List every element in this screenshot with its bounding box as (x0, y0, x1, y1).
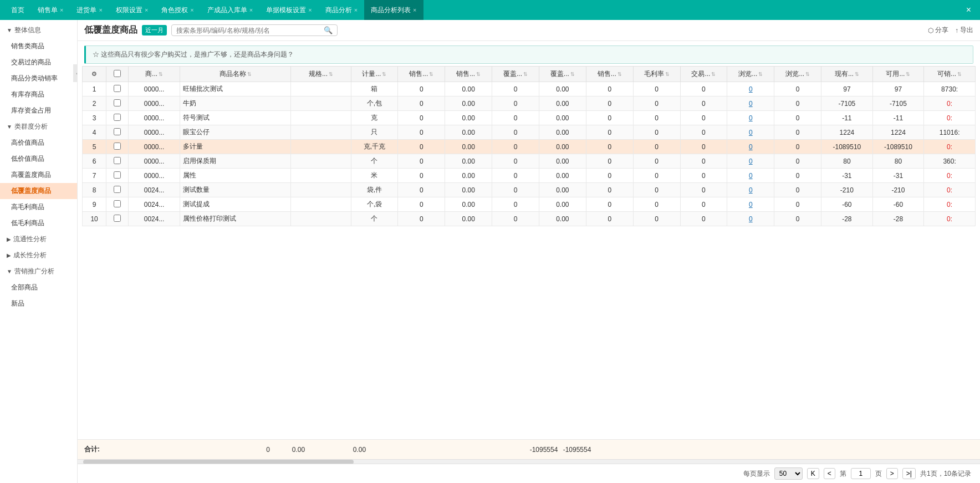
next-page-button[interactable]: > (886, 468, 898, 479)
row-spec (291, 154, 351, 169)
col-browse1-header[interactable]: 浏览...⇅ (727, 67, 774, 82)
col-spec-header[interactable]: 规格...⇅ (291, 67, 351, 82)
table-container[interactable]: ⚙ 商...⇅ 商品名称⇅ 规格...⇅ 计量...⇅ 销售...⇅ 销售...… (78, 66, 980, 439)
sidebar-section-marketing[interactable]: ▼ 营销推广分析 (0, 263, 77, 279)
row-checkbox[interactable] (114, 99, 121, 106)
col-trade-header[interactable]: 交易...⇅ (680, 67, 727, 82)
nav-roles[interactable]: 角色授权 × (155, 0, 200, 20)
last-page-button[interactable]: >| (902, 468, 916, 479)
search-input[interactable] (176, 27, 321, 34)
row-checkbox-cell[interactable] (106, 169, 129, 183)
per-page-select[interactable]: 50 20 100 (774, 467, 803, 480)
nav-analysis-close[interactable]: × (354, 7, 358, 13)
col-sales-x-header[interactable]: 销售...⇅ (586, 67, 633, 82)
nav-roles-close[interactable]: × (190, 7, 193, 13)
col-unit-header[interactable]: 计量...⇅ (351, 67, 398, 82)
sidebar-item-new-goods[interactable]: 新品 (0, 296, 77, 312)
row-checkbox-cell[interactable] (106, 82, 129, 96)
prev-page-button[interactable]: < (824, 468, 835, 479)
sidebar-section-overall[interactable]: ▼ 整体信息 (0, 22, 77, 38)
sidebar-item-low-margin[interactable]: 低毛利商品 (0, 215, 77, 231)
col-gross-header[interactable]: 毛利率⇅ (633, 67, 680, 82)
nav-products-in-close[interactable]: × (249, 7, 253, 13)
col-current-header[interactable]: 现有...⇅ (821, 67, 873, 82)
col-browse2-header[interactable]: 浏览...⇅ (774, 67, 821, 82)
sidebar-item-low-value[interactable]: 低价值商品 (0, 151, 77, 167)
sidebar-item-stocked-goods[interactable]: 有库存商品 (0, 87, 77, 103)
row-checkbox[interactable] (114, 157, 121, 164)
row-browse2: 0 (774, 140, 821, 154)
nav-analysis-list[interactable]: 商品分析列表 × (364, 0, 423, 20)
sidebar-item-category-rate[interactable]: 商品分类动销率 (0, 70, 77, 87)
row-checkbox-cell[interactable] (106, 111, 129, 125)
row-checkbox-cell[interactable] (106, 183, 129, 197)
row-checkbox-cell[interactable] (106, 125, 129, 140)
select-all-checkbox[interactable] (114, 70, 121, 77)
row-browse1[interactable]: 0 (727, 169, 774, 183)
export-button[interactable]: ↑ 导出 (955, 26, 973, 35)
row-checkbox[interactable] (114, 200, 121, 207)
col-cover2-header[interactable]: 覆盖...⇅ (539, 67, 586, 82)
tag-recent[interactable]: 近一月 (142, 25, 167, 35)
row-checkbox-cell[interactable] (106, 197, 129, 212)
nav-analysis-list-close[interactable]: × (413, 7, 416, 13)
sidebar-item-low-coverage[interactable]: 低覆盖度商品 (0, 183, 77, 199)
row-browse1[interactable]: 0 (727, 96, 774, 111)
row-checkbox[interactable] (114, 215, 121, 222)
sidebar-item-all-goods[interactable]: 全部商品 (0, 279, 77, 296)
row-checkbox[interactable] (114, 85, 121, 92)
sidebar-item-high-value[interactable]: 高价值商品 (0, 135, 77, 151)
search-icon[interactable]: 🔍 (324, 26, 333, 34)
first-page-button[interactable]: K (807, 468, 819, 479)
nav-purchase[interactable]: 进货单 × (70, 0, 109, 20)
nav-products-in[interactable]: 产成品入库单 × (201, 0, 259, 20)
nav-permissions-close[interactable]: × (145, 7, 148, 13)
sidebar-item-high-margin[interactable]: 高毛利商品 (0, 199, 77, 215)
sidebar-section-growth[interactable]: ▶ 成长性分析 (0, 247, 77, 263)
col-cover1-header[interactable]: 覆盖...⇅ (492, 67, 539, 82)
row-checkbox[interactable] (114, 143, 121, 150)
row-browse1[interactable]: 0 (727, 111, 774, 125)
nav-analysis[interactable]: 商品分析 × (319, 0, 364, 20)
horizontal-scrollbar[interactable] (78, 459, 980, 464)
row-browse1[interactable]: 0 (727, 125, 774, 140)
row-browse1[interactable]: 0 (727, 212, 774, 226)
nav-sales[interactable]: 销售单 × (31, 0, 70, 20)
row-checkbox[interactable] (114, 128, 121, 135)
page-number-input[interactable] (851, 468, 871, 479)
sidebar-collapse-button[interactable]: « (73, 64, 78, 82)
nav-home[interactable]: 首页 (4, 0, 31, 20)
row-checkbox[interactable] (114, 186, 121, 193)
row-checkbox-cell[interactable] (106, 154, 129, 169)
sidebar-item-capital[interactable]: 库存资金占用 (0, 103, 77, 119)
row-checkbox[interactable] (114, 114, 121, 121)
close-all-button[interactable]: × (962, 3, 976, 17)
row-browse1[interactable]: 0 (727, 183, 774, 197)
col-sales-amt-header[interactable]: 销售...⇅ (445, 67, 492, 82)
sidebar-item-sales-goods[interactable]: 销售类商品 (0, 38, 77, 54)
row-checkbox-cell[interactable] (106, 212, 129, 226)
col-sales-qty-header[interactable]: 销售...⇅ (398, 67, 445, 82)
share-button[interactable]: ⬡ 分享 (928, 26, 948, 35)
col-settings[interactable]: ⚙ (83, 67, 106, 82)
nav-permissions[interactable]: 权限设置 × (109, 0, 155, 20)
row-checkbox-cell[interactable] (106, 140, 129, 154)
sidebar-item-traded-goods[interactable]: 交易过的商品 (0, 54, 77, 70)
row-browse1[interactable]: 0 (727, 140, 774, 154)
sidebar-item-high-coverage[interactable]: 高覆盖度商品 (0, 167, 77, 183)
sidebar-section-flow[interactable]: ▶ 流通性分析 (0, 231, 77, 247)
row-browse1[interactable]: 0 (727, 154, 774, 169)
row-checkbox-cell[interactable] (106, 96, 129, 111)
row-checkbox[interactable] (114, 171, 121, 179)
col-available-header[interactable]: 可用...⇅ (872, 67, 924, 82)
col-saleable-header[interactable]: 可销...⇅ (924, 67, 976, 82)
sidebar-section-cluster[interactable]: ▼ 类群度分析 (0, 119, 77, 135)
nav-purchase-close[interactable]: × (99, 7, 102, 13)
nav-sales-close[interactable]: × (60, 7, 63, 13)
col-code-header[interactable]: 商...⇅ (129, 67, 180, 82)
row-browse1[interactable]: 0 (727, 197, 774, 212)
nav-template-close[interactable]: × (308, 7, 312, 13)
col-name-header[interactable]: 商品名称⇅ (180, 67, 291, 82)
nav-template[interactable]: 单据模板设置 × (259, 0, 318, 20)
row-browse1[interactable]: 0 (727, 82, 774, 96)
